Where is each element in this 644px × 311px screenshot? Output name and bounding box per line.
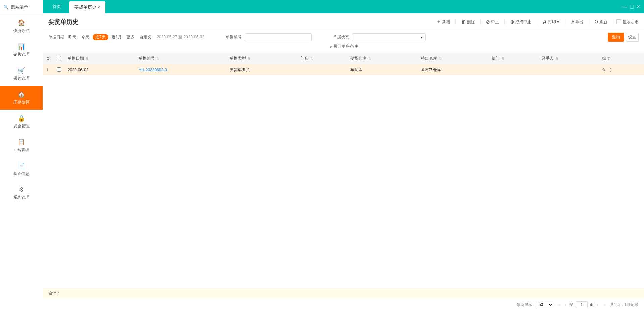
- sort-doc-date-icon: ⇅: [86, 57, 88, 60]
- th-doc-date[interactable]: 单据日期 ⇅: [64, 53, 135, 64]
- last-page-btn[interactable]: »: [602, 301, 607, 308]
- expand-row: ∨ 展开更多条件: [48, 44, 639, 49]
- sidebar-item-purchase[interactable]: 🛒 采购管理: [0, 62, 43, 86]
- cell-pending-warehouse: 原材料仓库: [418, 64, 488, 75]
- th-doc-type-label: 单据类型: [230, 56, 246, 61]
- sidebar-item-finance[interactable]: 🔒 资金管理: [0, 110, 43, 134]
- sort-store-icon: ⇅: [310, 57, 313, 60]
- page-label: 第: [570, 302, 574, 308]
- sidebar-item-basic-info[interactable]: 📄 基础信息: [0, 158, 43, 181]
- stop-button[interactable]: ⊘ 中止: [484, 18, 501, 26]
- filter-row-1: 单据日期 昨天 今天 近7天 近1月 更多 自定义 2023-05-27 至 2…: [48, 33, 639, 42]
- sidebar-item-inventory[interactable]: 🏠 库存核算: [0, 86, 43, 110]
- cell-doc-number[interactable]: YH-20230602-0: [135, 64, 226, 75]
- doc-number-input[interactable]: [245, 33, 312, 41]
- th-handler-label: 经手人: [542, 56, 554, 61]
- sidebar-item-operation[interactable]: 📋 经营管理: [0, 134, 43, 158]
- cell-operation: ✎ ⋮: [599, 64, 644, 75]
- th-doc-number[interactable]: 单据编号 ⇅: [135, 53, 226, 64]
- basic-info-icon: 📄: [18, 162, 25, 170]
- system-icon: ⚙: [19, 186, 24, 193]
- page-header: 要货单历史 ＋ 新增 🗑 删除 ⊘ 中止 ⊗: [43, 13, 644, 29]
- sidebar-item-sales[interactable]: 📊 销售管理: [0, 38, 43, 62]
- sales-icon: 📊: [18, 43, 25, 50]
- print-dropdown-icon[interactable]: ▾: [557, 19, 559, 24]
- sort-doc-type-icon: ⇅: [248, 57, 250, 60]
- sidebar-item-label-quick-nav: 快捷导航: [13, 28, 30, 34]
- display-detail-toggle[interactable]: 显示明细: [616, 19, 639, 25]
- divider-2: [480, 19, 481, 25]
- refresh-icon: ↻: [594, 19, 598, 25]
- th-department[interactable]: 部门 ⇅: [488, 53, 538, 64]
- th-doc-type[interactable]: 单据类型 ⇅: [226, 53, 297, 64]
- tab-requisition-history[interactable]: 要货单历史 ×: [69, 1, 105, 13]
- th-pending-warehouse[interactable]: 待出仓库 ⇅: [418, 53, 488, 64]
- divider-5: [565, 19, 565, 25]
- delete-button[interactable]: 🗑 删除: [459, 18, 477, 26]
- sidebar-search[interactable]: 🔍 搜索菜单: [0, 0, 43, 14]
- date-btn-7days[interactable]: 近7天: [93, 34, 108, 40]
- th-doc-number-label: 单据编号: [139, 56, 155, 61]
- page-input[interactable]: [576, 301, 588, 308]
- divider-3: [504, 19, 505, 25]
- expand-icon: ∨: [329, 44, 332, 49]
- page-size-select[interactable]: 20 50 100 200: [535, 301, 553, 308]
- stop-label: 中止: [491, 19, 499, 25]
- table-area: ⚙ 单据日期 ⇅ 单据编号 ⇅ 单据类型 ⇅: [43, 53, 644, 288]
- th-settings[interactable]: ⚙: [43, 53, 53, 64]
- row-checkbox[interactable]: [53, 64, 64, 75]
- print-button[interactable]: 🖨 打印 ▾: [540, 18, 561, 26]
- settings-button[interactable]: 设置: [626, 33, 639, 42]
- th-req-warehouse[interactable]: 要货仓库 ⇅: [347, 53, 418, 64]
- th-store[interactable]: 门店 ⇅: [297, 53, 347, 64]
- more-icon[interactable]: ⋮: [608, 67, 613, 73]
- refresh-button[interactable]: ↻ 刷新: [592, 18, 609, 26]
- date-btn-today[interactable]: 今天: [80, 34, 91, 40]
- display-detail-checkbox[interactable]: [616, 19, 621, 24]
- date-btn-1month[interactable]: 近1月: [110, 34, 123, 40]
- data-table: ⚙ 单据日期 ⇅ 单据编号 ⇅ 单据类型 ⇅: [43, 53, 644, 75]
- finance-icon: 🔒: [18, 115, 25, 122]
- date-btn-yesterday[interactable]: 昨天: [67, 34, 78, 40]
- pagination: 每页显示 20 50 100 200 « ‹ 第 页 › » 共1页，1条记录: [43, 298, 644, 311]
- status-select[interactable]: ▾: [352, 33, 426, 41]
- select-all-checkbox[interactable]: [57, 56, 61, 60]
- cancel-stop-button[interactable]: ⊗ 取消中止: [508, 18, 533, 26]
- topbar-right: — □ ×: [622, 3, 640, 10]
- sidebar-item-system[interactable]: ⚙ 系统管理: [0, 181, 43, 205]
- date-btn-custom[interactable]: 自定义: [138, 34, 153, 40]
- sidebar-item-quick-nav[interactable]: 🏠 快捷导航: [0, 14, 43, 38]
- query-actions: 查询 设置: [608, 33, 639, 42]
- th-department-label: 部门: [492, 56, 500, 61]
- prev-page-btn[interactable]: ‹: [564, 301, 568, 308]
- doc-number-filter-group: 单据编号: [226, 33, 312, 41]
- doc-number-link[interactable]: YH-20230602-0: [139, 68, 167, 72]
- print-label: 打印: [548, 19, 556, 25]
- page-size-label: 每页显示: [516, 302, 532, 308]
- query-button[interactable]: 查询: [608, 33, 624, 42]
- row-num: 1: [43, 64, 53, 75]
- minimize-icon[interactable]: —: [622, 3, 628, 10]
- plus-icon: ＋: [436, 19, 441, 25]
- new-button[interactable]: ＋ 新增: [434, 17, 452, 26]
- tab-home[interactable]: 首页: [47, 0, 66, 13]
- sidebar-item-label-purchase: 采购管理: [13, 76, 30, 81]
- export-button[interactable]: ↗ 导出: [568, 18, 585, 26]
- edit-icon[interactable]: ✎: [602, 67, 606, 73]
- table-header: ⚙ 单据日期 ⇅ 单据编号 ⇅ 单据类型 ⇅: [43, 53, 644, 64]
- export-label: 导出: [575, 19, 583, 25]
- status-filter-group: 单据状态 ▾: [333, 33, 426, 41]
- th-checkbox[interactable]: [53, 53, 64, 64]
- close-window-icon[interactable]: ×: [636, 3, 640, 10]
- sort-pending-warehouse-icon: ⇅: [439, 57, 442, 60]
- maximize-icon[interactable]: □: [630, 3, 634, 10]
- th-handler[interactable]: 经手人 ⇅: [538, 53, 599, 64]
- tab-close-icon[interactable]: ×: [98, 5, 100, 10]
- next-page-btn[interactable]: ›: [596, 301, 600, 308]
- first-page-btn[interactable]: «: [556, 301, 561, 308]
- date-btn-more[interactable]: 更多: [125, 34, 136, 40]
- row-select-checkbox[interactable]: [57, 67, 61, 72]
- sidebar-item-label-sales: 销售管理: [13, 52, 30, 57]
- expand-more-btn[interactable]: ∨ 展开更多条件: [329, 44, 358, 49]
- sidebar-item-label-basic-info: 基础信息: [13, 171, 30, 177]
